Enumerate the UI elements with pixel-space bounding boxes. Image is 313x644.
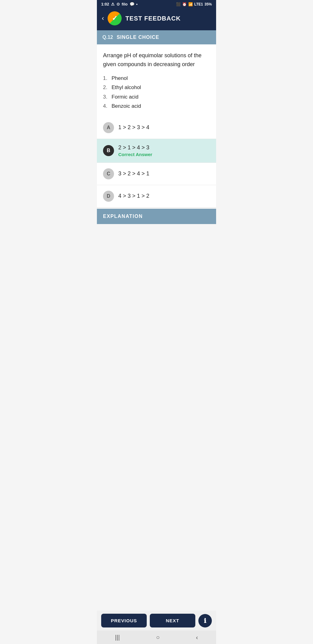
filo-label: filo [122, 2, 128, 6]
compound-name-1: Phenol [112, 74, 128, 83]
option-a-text: 1 > 2 > 3 > 4 [118, 124, 149, 131]
option-d-badge: D [103, 191, 114, 202]
compound-num-2: 2. [103, 83, 110, 92]
option-c-content: 3 > 2 > 4 > 1 [118, 170, 149, 177]
compound-name-4: Benzoic acid [112, 102, 141, 111]
compound-num-1: 1. [103, 74, 110, 83]
battery-label: 35% [204, 2, 212, 6]
option-d-content: 4 > 3 > 1 > 2 [118, 193, 149, 199]
explanation-bar: EXPLANATION [97, 209, 216, 224]
option-d-row[interactable]: D 4 > 3 > 1 > 2 [97, 185, 216, 208]
option-d-text: 4 > 3 > 1 > 2 [118, 193, 149, 199]
wifi-icon: 📶 [188, 2, 193, 6]
question-type: SINGLE CHOICE [117, 35, 159, 40]
compound-item-1: 1. Phenol [103, 74, 210, 83]
option-c-badge: C [103, 168, 114, 179]
option-a-badge: A [103, 122, 114, 133]
option-a-row[interactable]: A 1 > 2 > 3 > 4 [97, 117, 216, 139]
option-b-text: 2 > 1 > 4 > 3 [118, 144, 152, 151]
status-right: ⬛ ⏰ 📶 LTE1 35% [176, 2, 212, 6]
whatsapp-icon: ⊙ [116, 2, 120, 6]
status-time: 1:02 [101, 2, 109, 6]
correct-answer-label: Correct Answer [118, 152, 152, 157]
compound-name-3: Formic acid [112, 92, 138, 102]
status-bar: 1:02 ⚠ ⊙ filo 💬 • ⬛ ⏰ 📶 LTE1 35% [97, 0, 216, 8]
compound-item-4: 4. Benzoic acid [103, 102, 210, 111]
alarm-icon: ⏰ [182, 2, 187, 6]
question-number: Q.12 [102, 35, 113, 40]
compound-list: 1. Phenol 2. Ethyl alcohol 3. Formic aci… [103, 74, 210, 111]
compound-num-4: 4. [103, 102, 110, 111]
app-logo: ✓ [108, 11, 122, 25]
option-b-content: 2 > 1 > 4 > 3 Correct Answer [118, 144, 152, 157]
compound-item-3: 3. Formic acid [103, 92, 210, 102]
option-b-row[interactable]: B 2 > 1 > 4 > 3 Correct Answer [97, 139, 216, 163]
logo-check-icon: ✓ [112, 14, 117, 22]
option-c-row[interactable]: C 3 > 2 > 4 > 1 [97, 163, 216, 185]
chat-icon: 💬 [130, 2, 134, 6]
compound-name-2: Ethyl alcohol [112, 83, 141, 92]
options-container: A 1 > 2 > 3 > 4 B 2 > 1 > 4 > 3 Correct … [97, 117, 216, 208]
compound-num-3: 3. [103, 92, 110, 102]
option-c-text: 3 > 2 > 4 > 1 [118, 170, 149, 177]
page-title: TEST FEEDBACK [125, 15, 181, 22]
header: ‹ ✓ TEST FEEDBACK [97, 8, 216, 30]
explanation-title: EXPLANATION [103, 214, 143, 219]
cast-icon: ⬛ [176, 2, 181, 6]
question-body: Arrange pH of equimolar solutions of the… [97, 44, 216, 117]
status-left: 1:02 ⚠ ⊙ filo 💬 • [101, 2, 138, 6]
option-a-content: 1 > 2 > 3 > 4 [118, 124, 149, 131]
question-header: Q.12 SINGLE CHOICE [97, 30, 216, 44]
question-text: Arrange pH of equimolar solutions of the… [103, 51, 210, 69]
dot-icon: • [136, 2, 138, 6]
warning-icon: ⚠ [111, 2, 115, 6]
network-label: LTE1 [194, 2, 203, 6]
compound-item-2: 2. Ethyl alcohol [103, 83, 210, 92]
back-button[interactable]: ‹ [102, 14, 104, 22]
option-b-badge: B [103, 145, 114, 156]
